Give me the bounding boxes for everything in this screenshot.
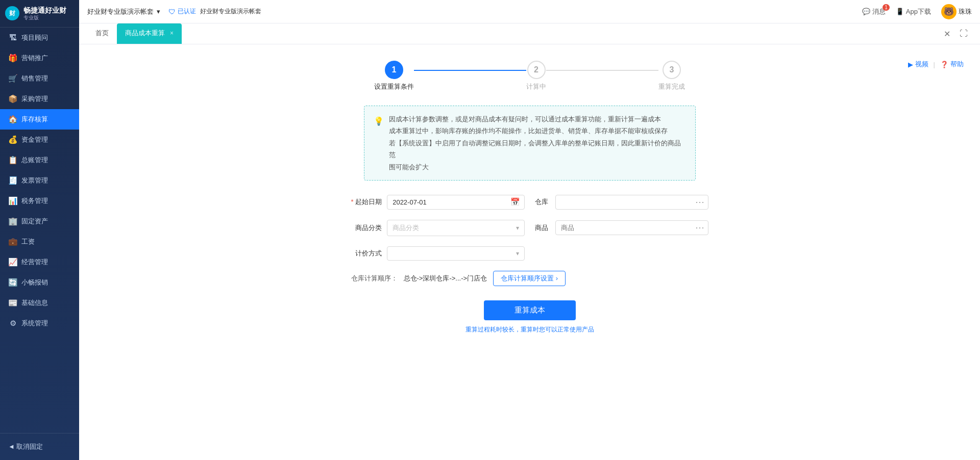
account-dropdown-icon: ▾	[157, 8, 160, 15]
warehouse-order-row: 仓库计算顺序： 总仓->深圳仓库->...->门店仓 仓库计算顺序设置 ›	[351, 271, 708, 286]
expand-button[interactable]: ⛶	[958, 27, 970, 40]
sales-icon: 🛒	[8, 74, 17, 83]
warehouse-input[interactable]: ···	[555, 195, 708, 210]
sidebar-item-expense[interactable]: 🔄 小畅报销	[0, 272, 79, 293]
divider: |	[934, 61, 935, 68]
sidebar-item-label: 营销推广	[21, 54, 48, 63]
sidebar-item-label: 税务管理	[21, 196, 48, 206]
sidebar-item-label: 经营管理	[21, 258, 48, 267]
warehouse-label: 仓库	[535, 197, 550, 207]
goods-field[interactable]	[556, 221, 693, 235]
step-line-2	[546, 70, 658, 71]
message-button[interactable]: 💬 消息 1	[862, 7, 886, 16]
topbar-right: 💬 消息 1 📱 App下载 🐻 珠珠	[862, 4, 972, 19]
user-profile[interactable]: 🐻 珠珠	[941, 4, 972, 19]
sidebar-item-label: 采购管理	[21, 94, 48, 104]
app-logo: 财 畅捷通好业财 专业版	[0, 0, 79, 28]
operations-icon: 📈	[8, 258, 17, 267]
pricing-select[interactable]: ▾	[387, 246, 525, 261]
sidebar-item-purchase[interactable]: 📦 采购管理	[0, 89, 79, 109]
sidebar-item-label: 固定资产	[21, 217, 48, 226]
calendar-icon[interactable]: 📅	[506, 197, 524, 207]
app-download-label: App下载	[906, 7, 931, 16]
goods-input[interactable]: ···	[555, 220, 708, 235]
step-3-circle: 3	[663, 61, 681, 79]
inventory-icon: 🏠	[8, 115, 17, 124]
info-content: 因成本计算参数调整，或是对商品成本有疑问时，可以通过成本重算功能，重新计算一遍成…	[389, 113, 686, 173]
step-1-label: 设置重算条件	[374, 82, 414, 91]
tab-cost-recalc[interactable]: 商品成本重算 ×	[117, 23, 182, 44]
help-links: ▶ 视频 | ❓ 帮助	[908, 60, 964, 69]
play-icon: ▶	[908, 61, 913, 68]
video-link[interactable]: ▶ 视频	[908, 60, 928, 69]
video-label: 视频	[915, 60, 928, 69]
tab-home[interactable]: 首页	[87, 23, 117, 44]
sidebar-item-payroll[interactable]: 💼 工资	[0, 232, 79, 252]
category-group: 商品分类 商品分类 ▾	[351, 220, 525, 236]
category-label: 商品分类	[351, 223, 382, 233]
sidebar-item-assets[interactable]: 🏢 固定资产	[0, 211, 79, 232]
warehouse-order-settings-button[interactable]: 仓库计算顺序设置 ›	[493, 271, 566, 286]
step-2-label: 计算中	[526, 82, 546, 91]
account-selector[interactable]: 好业财专业版演示帐套 ▾	[87, 7, 160, 16]
goods-group: 商品 ···	[535, 220, 708, 235]
step-1-circle: 1	[385, 61, 403, 79]
close-window-button[interactable]: ✕	[942, 27, 952, 41]
step-2-circle: 2	[527, 61, 546, 79]
sidebar-item-inventory[interactable]: 🏠 库存核算	[0, 109, 79, 130]
phone-icon: 📱	[896, 8, 904, 15]
pricing-dropdown-icon: ▾	[516, 250, 519, 257]
warehouse-order-btn-label: 仓库计算顺序设置 ›	[501, 274, 558, 283]
warehouse-more-icon[interactable]: ···	[692, 197, 707, 208]
sidebar-item-label: 工资	[21, 237, 35, 246]
tab-close-icon[interactable]: ×	[170, 30, 174, 37]
warehouse-order-value: 总仓->深圳仓库->...->门店仓	[404, 274, 487, 283]
payroll-icon: 💼	[8, 237, 17, 246]
message-icon: 💬	[862, 8, 870, 15]
sidebar-item-system[interactable]: ⚙ 系统管理	[0, 313, 79, 334]
recalculate-button[interactable]: 重算成本	[484, 300, 576, 320]
start-date-group: 起始日期 📅	[351, 195, 525, 210]
sidebar-item-finance[interactable]: 💰 资金管理	[0, 130, 79, 150]
help-link[interactable]: ❓ 帮助	[940, 60, 964, 69]
unpin-button[interactable]: ◄ 取消固定	[0, 438, 79, 456]
warehouse-order-label: 仓库计算顺序：	[351, 274, 398, 283]
logo-text: 畅捷通好业财 专业版	[23, 6, 66, 21]
sidebar-item-invoice[interactable]: 🧾 发票管理	[0, 170, 79, 191]
sidebar-item-basic[interactable]: 📰 基础信息	[0, 293, 79, 313]
step-3: 3 重算完成	[658, 61, 685, 91]
sidebar-item-label: 销售管理	[21, 74, 48, 83]
warehouse-group: 仓库 ···	[535, 195, 708, 210]
sidebar-item-operations[interactable]: 📈 经营管理	[0, 252, 79, 272]
sidebar-item-marketing[interactable]: 🎁 营销推广	[0, 48, 79, 68]
goods-more-icon[interactable]: ···	[692, 222, 707, 233]
accounting-icon: 📋	[8, 156, 17, 165]
start-date-input[interactable]: 📅	[387, 195, 524, 210]
info-line-1: 因成本计算参数调整，或是对商品成本有疑问时，可以通过成本重算功能，重新计算一遍成…	[389, 113, 686, 125]
sidebar-item-accounting[interactable]: 📋 总账管理	[0, 150, 79, 170]
app-download-button[interactable]: 📱 App下载	[896, 7, 931, 16]
sidebar-item-tax[interactable]: 📊 税务管理	[0, 191, 79, 211]
pricing-group: 计价方式 ▾	[351, 246, 525, 261]
warehouse-field[interactable]	[556, 195, 693, 209]
category-dropdown-icon: ▾	[516, 224, 519, 232]
start-date-field[interactable]	[387, 195, 506, 209]
topbar: 好业财专业版演示帐套 ▾ 🛡 已认证 好业财专业版演示帐套 💬 消息 1 📱 A…	[79, 0, 980, 23]
category-placeholder: 商品分类	[393, 223, 419, 233]
sidebar-item-label: 发票管理	[21, 176, 48, 185]
info-line-2: 成本重算过中，影响库存账的操作均不能操作，比如进货单、销货单、库存单据不能审核或…	[389, 125, 686, 137]
pricing-label: 计价方式	[351, 249, 382, 258]
tab-home-label: 首页	[95, 29, 109, 38]
sidebar-item-label: 小畅报销	[21, 278, 48, 287]
verified-text: 已认证	[178, 7, 196, 16]
info-line-3: 若【系统设置】中启用了自动调整记账日期时，会调整入库单的整单记账日期，因此重新计…	[389, 137, 686, 161]
help-circle-icon: ❓	[940, 61, 948, 68]
sidebar-item-project[interactable]: 🏗 项目顾问	[0, 28, 79, 48]
start-date-label: 起始日期	[351, 197, 382, 207]
info-box: 💡 因成本计算参数调整，或是对商品成本有疑问时，可以通过成本重算功能，重新计算一…	[364, 106, 696, 181]
info-line-4: 围可能会扩大	[389, 161, 686, 173]
category-select[interactable]: 商品分类 ▾	[387, 220, 525, 236]
sidebar-item-sales[interactable]: 🛒 销售管理	[0, 68, 79, 89]
message-badge: 1	[883, 4, 890, 11]
sidebar: 财 畅捷通好业财 专业版 🏗 项目顾问 🎁 营销推广 🛒 销售管理 📦 采购管理…	[0, 0, 79, 460]
